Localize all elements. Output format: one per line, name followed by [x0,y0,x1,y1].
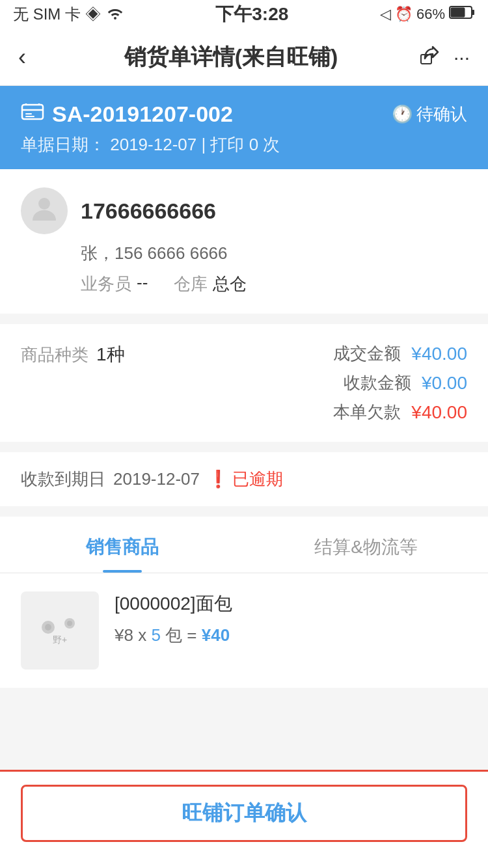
svg-rect-2 [450,8,465,18]
amount-value: ¥40.00 [411,344,467,364]
overdue-text: 已逾期 [232,468,283,491]
order-icon [21,102,44,126]
nav-bar: ‹ 销货单详情(来自旺铺) ··· [0,29,488,86]
status-clock-icon: 🕐 [392,104,413,124]
alarm-icon: ⏰ [395,6,413,23]
product-item: 野+ [0000002]面包 ¥8 x 5 包 = ¥40 [21,591,467,670]
svg-point-5 [38,198,50,210]
multiply-x: x [138,625,146,645]
status-time: 下午3:28 [215,2,288,27]
confirm-btn-area: 旺铺订单确认 [0,770,488,868]
location-icon: ◁ [380,6,391,23]
no-sim-text: 无 SIM 卡 ◈ [13,4,101,25]
svg-rect-1 [472,10,474,15]
customer-meta: 业务员 -- 仓库 总仓 [81,273,467,295]
due-section: 收款到期日 2019-12-07 ❗ 已逾期 [0,452,488,506]
customer-section: 17666666666 张，156 6666 6666 业务员 -- 仓库 总仓 [0,169,488,314]
summary-section: 商品种类 1种 成交金额 ¥40.00 收款金额 ¥0.00 本单欠款 ¥40.… [0,324,488,442]
confirm-order-button[interactable]: 旺铺订单确认 [21,785,467,842]
salesman-label: 业务员 [81,273,131,295]
due-value: ¥40.00 [411,402,467,423]
tabs-container: 销售商品 结算&物流等 [0,517,488,573]
due-label: 本单欠款 [333,401,401,424]
customer-name: 张，156 6666 6666 [81,242,467,265]
product-unit: 包 [165,625,182,645]
product-total: ¥40 [202,625,230,645]
alert-icon: ❗ [208,469,228,489]
customer-phone: 17666666666 [81,198,216,224]
product-section: 野+ [0000002]面包 ¥8 x 5 包 = ¥40 [0,573,488,688]
received-label: 收款金额 [344,372,411,394]
salesman-value: -- [137,273,148,295]
amount-summary: 成交金额 ¥40.00 收款金额 ¥0.00 本单欠款 ¥40.00 [333,342,467,424]
more-icon[interactable]: ··· [454,46,470,68]
avatar [21,187,68,234]
svg-text:野+: 野+ [53,634,67,645]
nav-actions: ··· [405,44,470,70]
share-icon[interactable] [420,44,441,70]
order-id: SA-20191207-002 [52,102,233,127]
order-status: 🕐 待确认 [392,103,467,126]
product-qty: 5 [151,625,160,645]
back-button[interactable]: ‹ [18,44,57,71]
order-date: 单据日期： 2019-12-07 | 打印 0 次 [21,133,467,156]
status-label: 待确认 [416,103,467,126]
due-date-value: 2019-12-07 [113,469,200,489]
product-type: 商品种类 1种 [21,342,125,367]
status-bar: 无 SIM 卡 ◈ 下午3:28 ◁ ⏰ 66% [0,0,488,29]
page-title: 销货单详情(来自旺铺) [57,42,405,72]
battery-text: 66% [416,6,445,23]
warehouse-value: 总仓 [213,273,247,295]
status-right: ◁ ⏰ 66% [380,5,475,23]
product-price-detail: ¥8 x 5 包 = ¥40 [115,624,467,647]
equals: = [187,625,197,645]
product-info: [0000002]面包 ¥8 x 5 包 = ¥40 [115,591,467,647]
amount-label: 成交金额 [333,342,401,365]
tab-sales-goods[interactable]: 销售商品 [0,517,244,573]
due-date-label: 收款到期日 [21,468,105,491]
overdue-badge: ❗ 已逾期 [208,468,283,491]
warehouse-label: 仓库 [174,273,208,295]
battery-icon [449,5,475,23]
product-thumb-icon: 野+ [34,609,86,653]
svg-point-7 [45,624,51,631]
user-icon [30,193,59,228]
received-value: ¥0.00 [422,373,467,394]
status-left: 无 SIM 卡 ◈ [13,4,124,25]
wifi-icon [106,5,124,23]
type-value: 1种 [96,342,125,367]
svg-point-9 [67,621,72,626]
tab-settlement[interactable]: 结算&物流等 [244,517,488,573]
header-card: SA-20191207-002 🕐 待确认 单据日期： 2019-12-07 |… [0,86,488,169]
product-thumbnail: 野+ [21,591,99,670]
unit-price: ¥8 [115,625,133,645]
type-label: 商品种类 [21,344,88,366]
product-name: [0000002]面包 [115,591,467,616]
